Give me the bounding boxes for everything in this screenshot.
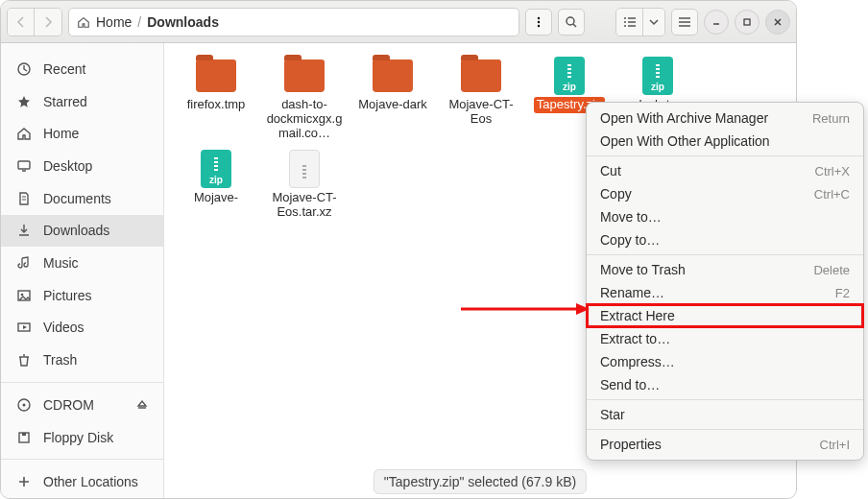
chevron-down-icon	[649, 17, 659, 27]
menu-item-star[interactable]: Star	[587, 403, 863, 426]
menu-item-label: Copy to…	[600, 232, 660, 248]
menu-item-properties[interactable]: Properties Ctrl+I	[587, 433, 863, 456]
sidebar-item-label: Recent	[43, 61, 85, 77]
menu-item-open-with-archive-manager[interactable]: Open With Archive Manager Return	[587, 107, 863, 130]
breadcrumb-home[interactable]: Home	[96, 14, 132, 30]
status-text: "Tapestry.zip" selected (67.9 kB)	[384, 474, 576, 489]
trash-icon	[16, 352, 32, 368]
sidebar-item-trash[interactable]: Trash	[1, 344, 163, 376]
menu-shortcut: Ctrl+C	[814, 187, 850, 202]
floppy-icon	[16, 430, 32, 445]
forward-button[interactable]	[35, 9, 61, 36]
file-label: firefox.tmp	[184, 97, 249, 113]
view-dropdown-button[interactable]	[643, 9, 664, 36]
file-item[interactable]: Mojave-dark	[349, 53, 437, 146]
sidebar-item-label: Documents	[43, 191, 111, 206]
menu-item-label: Open With Archive Manager	[600, 110, 768, 126]
eject-icon[interactable]	[136, 397, 148, 413]
search-button[interactable]	[558, 9, 585, 36]
sidebar-item-label: Starred	[43, 94, 87, 109]
menu-item-copy[interactable]: Copy Ctrl+C	[587, 182, 863, 205]
menu-item-move-to-[interactable]: Move to…	[587, 205, 863, 228]
annotation-arrow	[461, 301, 595, 320]
file-item[interactable]: dash-to-dockmicxgx.gmail.co…	[260, 53, 349, 146]
menu-item-extract-here[interactable]: Extract Here	[587, 304, 863, 327]
kebab-icon	[533, 16, 544, 28]
plus-icon	[16, 474, 32, 489]
file-label: Mojave-dark	[355, 97, 430, 113]
svg-marker-15	[576, 303, 590, 315]
sidebar-item-cdrom[interactable]: CDROM	[1, 389, 163, 421]
menu-item-cut[interactable]: Cut Ctrl+X	[587, 159, 863, 182]
sidebar-item-documents[interactable]: Documents	[1, 182, 163, 215]
context-menu: Open With Archive Manager Return Open Wi…	[586, 102, 864, 461]
svg-point-11	[23, 403, 26, 406]
back-button[interactable]	[8, 9, 35, 36]
sidebar-item-label: Music	[43, 255, 79, 271]
menu-separator	[587, 399, 863, 400]
sidebar-item-videos[interactable]: Videos	[1, 312, 163, 345]
close-button[interactable]	[765, 10, 790, 35]
sidebar-item-recent[interactable]: Recent	[1, 53, 163, 85]
sidebar-item-starred[interactable]: Starred	[1, 85, 163, 118]
menu-separator	[587, 155, 863, 156]
svg-rect-4	[744, 19, 750, 25]
svg-rect-6	[18, 161, 30, 169]
zip-archive-icon: zip	[201, 150, 231, 188]
file-item[interactable]: Mojave-CT-Eos	[437, 53, 525, 146]
menu-item-open-with-other-application[interactable]: Open With Other Application	[587, 130, 863, 153]
list-view-button[interactable]	[616, 9, 643, 36]
file-item[interactable]: zip Mojave-	[172, 146, 260, 225]
sidebar-item-pictures[interactable]: Pictures	[1, 279, 163, 312]
window-controls	[704, 10, 790, 35]
menu-item-label: Extract Here	[600, 308, 675, 323]
svg-rect-13	[22, 433, 26, 436]
menu-item-rename-[interactable]: Rename… F2	[587, 281, 863, 304]
sidebar: Recent Starred Home Desktop Documents Do…	[1, 43, 164, 498]
menu-shortcut: Ctrl+X	[815, 164, 850, 178]
menu-item-copy-to-[interactable]: Copy to…	[587, 228, 863, 251]
maximize-button[interactable]	[735, 10, 760, 35]
breadcrumb[interactable]: Home / Downloads	[68, 8, 519, 36]
home-icon	[77, 15, 90, 29]
breadcrumb-current[interactable]: Downloads	[147, 14, 219, 30]
status-bar: "Tapestry.zip" selected (67.9 kB)	[374, 469, 587, 494]
folder-icon	[196, 59, 236, 92]
sidebar-item-downloads[interactable]: Downloads	[1, 215, 163, 248]
file-item[interactable]: Mojave-CT-Eos.tar.xz	[260, 146, 349, 225]
folder-icon	[373, 59, 413, 92]
kebab-menu-button[interactable]	[525, 9, 552, 36]
search-icon	[565, 15, 578, 29]
menu-item-extract-to-[interactable]: Extract to…	[587, 327, 863, 350]
hamburger-menu-button[interactable]	[671, 9, 698, 36]
sidebar-item-other-locations[interactable]: Other Locations	[1, 465, 163, 498]
menu-item-label: Move to…	[600, 209, 662, 225]
menu-item-move-to-trash[interactable]: Move to Trash Delete	[587, 258, 863, 281]
clock-icon	[16, 61, 32, 77]
hamburger-icon	[678, 16, 691, 28]
menu-item-label: Open With Other Application	[600, 133, 770, 149]
sidebar-item-home[interactable]: Home	[1, 117, 163, 150]
nav-buttons	[7, 8, 62, 36]
file-item[interactable]: firefox.tmp	[172, 53, 260, 146]
minimize-button[interactable]	[704, 10, 729, 35]
menu-separator	[587, 429, 863, 430]
menu-shortcut: Ctrl+I	[820, 438, 850, 452]
zip-archive-icon: zip	[642, 57, 673, 95]
sidebar-item-label: CDROM	[43, 397, 94, 413]
menu-item-label: Compress…	[600, 354, 675, 369]
menu-shortcut: Delete	[813, 263, 850, 277]
disc-icon	[16, 397, 32, 413]
file-label: dash-to-dockmicxgx.gmail.co…	[262, 97, 347, 142]
menu-item-label: Extract to…	[600, 331, 670, 346]
doc-icon	[16, 191, 32, 206]
chevron-left-icon	[15, 16, 27, 28]
minimize-icon	[711, 17, 721, 27]
menu-item-send-to-[interactable]: Send to…	[587, 373, 863, 396]
svg-point-2	[538, 24, 540, 26]
sidebar-item-desktop[interactable]: Desktop	[1, 150, 163, 182]
desktop-icon	[16, 158, 32, 174]
menu-item-compress-[interactable]: Compress…	[587, 350, 863, 373]
sidebar-item-music[interactable]: Music	[1, 247, 163, 279]
sidebar-item-floppy-disk[interactable]: Floppy Disk	[1, 421, 163, 454]
